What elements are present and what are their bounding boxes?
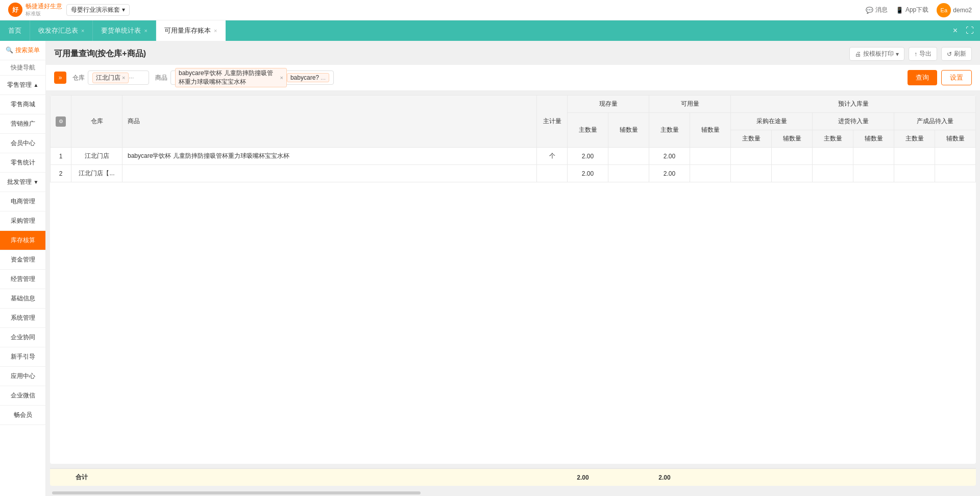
sidebar-item-enterprise-collab-label: 企业协同	[11, 333, 35, 342]
message-btn[interactable]: 💬 消息	[866, 6, 888, 14]
product-tag2-ellipsis: ...	[321, 74, 326, 81]
page-title: 可用量查询(按仓库+商品)	[54, 49, 146, 59]
close-all-tabs-btn[interactable]: ×	[951, 24, 960, 37]
footer-available-main: 2.00	[644, 474, 685, 481]
cell-stock-aux	[608, 165, 649, 182]
sidebar-item-retail-stats[interactable]: 零售统计	[0, 153, 45, 173]
tab-available-stock[interactable]: 可用量库存账本 ×	[156, 20, 226, 41]
product-filter-label: 商品	[155, 74, 167, 82]
refresh-label: 刷新	[954, 50, 966, 58]
sidebar-item-operations-label: 经营管理	[11, 275, 35, 284]
top-bar-left: 好 畅捷通好生意 标准版 母婴行业演示账套 ▾	[8, 3, 130, 17]
app-download-btn[interactable]: 📱 App下载	[896, 6, 928, 14]
product-filter-input[interactable]: babycare学饮杯 儿童防摔防撞吸管杯重力球吸嘴杯宝宝水杯 × babyca…	[170, 70, 334, 85]
template-print-label: 按模板打印	[863, 50, 894, 58]
table-row: 2 江北门店【... 2.00 2.00	[51, 165, 976, 182]
filter-expand-btn[interactable]: »	[54, 72, 66, 84]
th-warehouse: 仓库	[71, 96, 122, 148]
sidebar-item-member[interactable]: 会员中心	[0, 134, 45, 153]
sidebar-item-marketing[interactable]: 营销推广	[0, 114, 45, 134]
refresh-btn[interactable]: ↺ 刷新	[941, 47, 972, 61]
warehouse-filter-input[interactable]: 江北门店 × ···	[88, 70, 149, 85]
expand-btn[interactable]: ⛶	[964, 24, 976, 37]
tab-order-stats-close[interactable]: ×	[144, 28, 147, 34]
footer-label: 合计	[76, 473, 127, 482]
page-header: 可用量查询(按仓库+商品) 🖨 按模板打印 ▾ ↑ 导出 ↺ 刷新	[46, 41, 980, 65]
sidebar-item-basic-info[interactable]: 基础信息	[0, 289, 45, 309]
th-current-stock: 现存量	[568, 96, 649, 113]
sidebar-item-retail[interactable]: 零售管理 ▲	[0, 76, 45, 95]
sidebar-item-app-center[interactable]: 应用中心	[0, 367, 45, 386]
logo-text-block: 畅捷通好生意 标准版	[26, 3, 62, 17]
cell-inbound-aux	[853, 148, 894, 165]
chevron-up-icon: ▲	[34, 82, 39, 88]
bottom-scrollbar[interactable]	[50, 490, 976, 496]
page-actions: 🖨 按模板打印 ▾ ↑ 导出 ↺ 刷新	[849, 47, 972, 61]
top-bar: 好 畅捷通好生意 标准版 母婴行业演示账套 ▾ 💬 消息 📱 App下载 Ea …	[0, 0, 980, 20]
product-filter-group: 商品 babycare学饮杯 儿童防摔防撞吸管杯重力球吸嘴杯宝宝水杯 × bab…	[155, 70, 334, 85]
sidebar-item-wholesale[interactable]: 批发管理 ▼	[0, 173, 45, 192]
warehouse-tag-remove[interactable]: ×	[122, 75, 125, 81]
nav-tabs: 首页 收发存汇总表 × 要货单统计表 × 可用量库存账本 × × ⛶	[0, 20, 980, 41]
sidebar-item-enterprise-collab[interactable]: 企业协同	[0, 328, 45, 347]
cell-no: 2	[51, 165, 71, 182]
sidebar-item-ecommerce[interactable]: 电商管理	[0, 192, 45, 211]
tab-available-stock-close[interactable]: ×	[214, 28, 217, 34]
sidebar-search[interactable]: 🔍 搜索菜单	[0, 41, 45, 60]
sidebar-item-marketing-label: 营销推广	[11, 120, 35, 128]
warehouse-filter-ellipsis[interactable]: ···	[129, 74, 134, 81]
sidebar-item-enterprise-wechat-label: 企业微信	[11, 391, 35, 400]
cell-no: 1	[51, 148, 71, 165]
cell-available-aux	[690, 148, 731, 165]
industry-select[interactable]: 母婴行业演示账套 ▾	[66, 4, 130, 16]
sidebar-item-member-label: 会员中心	[11, 139, 35, 148]
tab-available-stock-label: 可用量库存账本	[164, 26, 211, 35]
th-production-aux: 辅数量	[935, 130, 976, 148]
template-print-btn[interactable]: 🖨 按模板打印 ▾	[849, 47, 904, 61]
export-btn[interactable]: ↑ 导出	[909, 47, 937, 61]
logo-text: 畅捷通好生意	[26, 3, 62, 10]
tab-order-stats[interactable]: 要货单统计表 ×	[93, 20, 156, 41]
th-inbound-aux: 辅数量	[853, 130, 894, 148]
sidebar-item-enterprise-wechat[interactable]: 企业微信	[0, 386, 45, 406]
sidebar-item-new-guide[interactable]: 新手引导	[0, 347, 45, 367]
sidebar-item-retail-stats-label: 零售统计	[11, 158, 35, 167]
export-label: 导出	[919, 50, 932, 58]
sidebar-item-purchase[interactable]: 采购管理	[0, 211, 45, 231]
tab-home[interactable]: 首页	[0, 20, 30, 41]
refresh-icon: ↺	[947, 51, 952, 58]
sidebar-item-member-vip[interactable]: 畅会员	[0, 406, 45, 425]
user-info[interactable]: Ea demo2	[937, 3, 972, 17]
sidebar-item-operations[interactable]: 经营管理	[0, 270, 45, 289]
table-row: 1 江北门店 babycare学饮杯 儿童防摔防撞吸管杯重力球吸嘴杯宝宝水杯 个…	[51, 148, 976, 165]
sidebar-item-inventory[interactable]: 库存核算	[0, 231, 45, 250]
scroll-thumb[interactable]	[52, 491, 421, 494]
tab-receive-summary-close[interactable]: ×	[81, 28, 84, 34]
tab-receive-summary[interactable]: 收发存汇总表 ×	[30, 20, 93, 41]
user-name: demo2	[953, 7, 972, 14]
sidebar-item-system[interactable]: 系统管理	[0, 309, 45, 328]
search-icon: 🔍	[6, 46, 13, 54]
cell-inbound-aux	[853, 165, 894, 182]
cell-purchase-aux	[772, 148, 813, 165]
sidebar-item-finance[interactable]: 资金管理	[0, 250, 45, 270]
product-tag1-remove[interactable]: ×	[280, 75, 283, 81]
th-purchase-aux: 辅数量	[772, 130, 813, 148]
th-available: 可用量	[649, 96, 731, 113]
cell-stock-main: 2.00	[568, 148, 608, 165]
query-btn[interactable]: 查询	[908, 70, 937, 85]
th-planned-inbound: 预计入库量	[731, 96, 976, 113]
settings-gear-icon[interactable]: ⚙	[56, 116, 66, 127]
cell-inbound-main	[813, 165, 853, 182]
warehouse-filter-group: 仓库 江北门店 × ···	[72, 70, 149, 85]
filter-settings-btn[interactable]: 设置	[941, 70, 972, 85]
sidebar-quick-nav[interactable]: 快捷导航	[0, 60, 45, 76]
sidebar-item-retail-mall[interactable]: 零售商城	[0, 95, 45, 114]
message-label: 消息	[875, 6, 888, 14]
sidebar-item-retail-mall-label: 零售商城	[11, 100, 35, 109]
footer-stock-main: 2.00	[562, 474, 603, 481]
sidebar-item-ecommerce-label: 电商管理	[11, 197, 35, 206]
cell-production-main	[894, 148, 935, 165]
th-product: 商品	[122, 96, 537, 148]
cell-production-main	[894, 165, 935, 182]
